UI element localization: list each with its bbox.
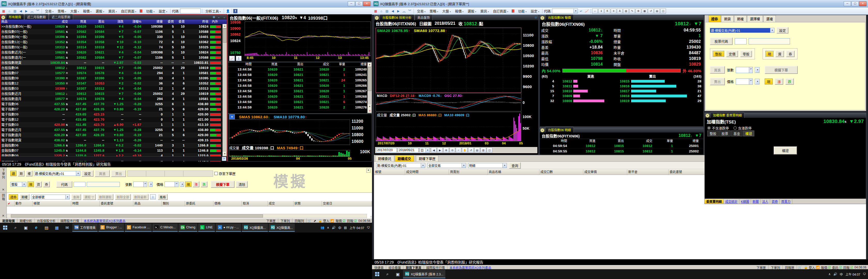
- minimize-button[interactable]: ─: [844, 1, 851, 6]
- menu-item[interactable]: 交易: [415, 8, 427, 14]
- cart-icon[interactable]: 🛒: [308, 219, 312, 223]
- list-icon[interactable]: ▤: [384, 8, 390, 14]
- menu-item[interactable]: 自訂頁面: [491, 8, 510, 14]
- tick-row[interactable]: 13:44:58 10820 10821 10821 1 109268: [228, 94, 372, 99]
- quote-row[interactable]: >>台股指數06(一般) 10820 s 10820 10821 ▼4 -0.0…: [1, 24, 227, 29]
- fills-scope-select[interactable]: 全部交易▼: [427, 163, 466, 168]
- detail-row[interactable]: 04:59:54 10812 10815 10812 1 25001: [540, 144, 704, 149]
- margin-button[interactable]: 資: [35, 181, 42, 187]
- intraday-chart[interactable]: [245, 22, 370, 56]
- chart-tool-icon[interactable]: ⊕: [443, 148, 449, 153]
- cond-short-button[interactable]: 券: [786, 51, 795, 57]
- toolbar-icon[interactable]: A: [617, 8, 623, 14]
- quote-row[interactable]: 台股指數03 10309 ↑ 10307 10312 ▼4 -0.04 12 1…: [1, 86, 227, 91]
- refresh-icon[interactable]: ⟳: [222, 157, 226, 161]
- zoom-in-icon[interactable]: ⊕: [211, 14, 216, 20]
- quote-row[interactable]: 電子指數06 437.55 s 437.45 437.70 ▼1.25 -0.2…: [1, 101, 227, 107]
- quote-row[interactable]: 金融指數07 1245.0 s 1244.8 1245.8 ▼1.8 -0.14…: [1, 148, 227, 153]
- tick-row[interactable]: 13:44:58 10820 10821 10820 1 109267: [228, 89, 372, 94]
- link-institution[interactable]: 法人: [761, 199, 770, 204]
- link-kchart[interactable]: K線圖: [739, 199, 751, 204]
- chart-tool-icon[interactable]: ⊖: [450, 148, 455, 153]
- sell-button[interactable]: 賣出: [111, 170, 126, 177]
- order-box-tab[interactable]: 下單匣: [754, 265, 769, 270]
- ime-indicator[interactable]: 中: [338, 225, 341, 230]
- taskbar-app-button[interactable]: C Facebook ...: [125, 223, 152, 232]
- taskbar-app-button[interactable]: XQ XQ操盤高...: [269, 223, 295, 232]
- page-tab[interactable]: 台股個股分析: [35, 219, 58, 223]
- taskbar-app-button[interactable]: XQ XQ操盤高手 [版本 2.3...: [403, 270, 445, 278]
- menu-item[interactable]: 策略: [56, 8, 68, 14]
- back-icon[interactable]: ◀: [18, 8, 23, 14]
- news-ticker[interactable]: 05/18 17:29 《Fund消息》柏瑞投信今發表「洞悉特別股」研究報告: [372, 259, 868, 265]
- quote-row[interactable]: 台股指數09(一般) 10396 s 10394 10396 ▼5 -0.05 …: [1, 34, 227, 39]
- short-button[interactable]: 券: [43, 181, 50, 187]
- close-panel-icon[interactable]: ✕: [2, 188, 4, 191]
- report-hscrollbar[interactable]: [7, 214, 367, 218]
- back-icon[interactable]: ◀: [390, 8, 395, 14]
- order-row-tab[interactable]: 下單列: [769, 265, 783, 270]
- menu-item[interactable]: 大盤: [440, 8, 453, 14]
- order-settings-button[interactable]: 設定: [777, 27, 788, 34]
- toolbar-icon[interactable]: ▥: [623, 8, 629, 14]
- clipboard-icon[interactable]: ▤: [344, 226, 347, 229]
- scroll-right-icon[interactable]: ›: [370, 215, 371, 218]
- sim-order-button[interactable]: 模擬下單: [211, 181, 235, 188]
- volume-icon[interactable]: 🔊: [833, 272, 837, 276]
- page-tab[interactable]: 綜合看盤: [386, 265, 404, 270]
- tab-stock-order[interactable]: 證: [10, 171, 17, 176]
- chart-tool-icon[interactable]: ✋: [462, 148, 468, 153]
- delete-all-button[interactable]: 刪除全部: [115, 194, 131, 200]
- home-icon[interactable]: ⌂: [379, 8, 384, 14]
- qty-stepper[interactable]: [133, 182, 147, 187]
- delete-latest-button[interactable]: 刪除最新: [132, 194, 149, 200]
- link-margin[interactable]: 資券: [770, 199, 780, 204]
- quote-row[interactable]: 台股指數遠月(一 10581 s 10582 10584 ▼7 -0.07 11…: [1, 55, 227, 60]
- next-page-icon[interactable]: →: [222, 14, 227, 20]
- menu-item[interactable]: 功能: [516, 8, 528, 14]
- toolbar-icon[interactable]: ▦: [642, 8, 647, 14]
- people-icon[interactable]: 👥: [320, 226, 324, 229]
- link-depth[interactable]: 委買賣明細: [705, 199, 723, 204]
- ticks-scrollbar[interactable]: ▲ ▼ ⇊: [367, 63, 372, 113]
- file-explorer-icon[interactable]: ▤: [41, 223, 52, 232]
- menu-item[interactable]: 設定: [529, 8, 541, 14]
- prev-page-icon[interactable]: ←: [216, 14, 222, 20]
- store-icon[interactable]: ▦: [52, 223, 62, 232]
- tab-all-futures[interactable]: 所有期貨: [6, 14, 24, 20]
- fills-account-select[interactable]: 期-模擬交易(內建)-01▼: [376, 163, 425, 168]
- menu-item[interactable]: 設定: [157, 8, 169, 14]
- minimize-button[interactable]: ─: [348, 1, 355, 6]
- quote-row[interactable]: 台股指數12(一般) 10352 s 10354 10358 ▼10 -0.10…: [1, 39, 227, 45]
- limit-up-button[interactable]: 漲: [193, 181, 199, 187]
- order-qty-stepper[interactable]: [736, 67, 753, 73]
- edge-icon[interactable]: e: [31, 223, 41, 232]
- order-box-tab[interactable]: 下單匣: [264, 219, 278, 223]
- quote-row[interactable]: 台股指數06 10812 ↓ 10812 10815 ▼7 -0.06 2500…: [1, 65, 227, 70]
- limit-down-button[interactable]: 跌: [201, 181, 208, 187]
- menu-item[interactable]: 交易: [43, 8, 55, 14]
- chart-tool-icon[interactable]: ⌕: [456, 148, 461, 153]
- taskbar-app-button[interactable]: ✕ ● ml.py - ...: [216, 223, 241, 232]
- quote-row[interactable]: 台股指數近月 10812 ↓ 10812 10815 ▼7 -0.06 2500…: [1, 91, 227, 96]
- quote-row[interactable]: 台股指數現貨 10830.84 s -- -- ▼2.97 -0.03 -- -…: [1, 60, 227, 65]
- tab-near-index[interactable]: 近二月指數期: [24, 14, 49, 20]
- close-panel-icon[interactable]: ✕: [2, 214, 4, 218]
- tab-market[interactable]: 商品盤勢: [414, 14, 433, 20]
- cond-margin-button[interactable]: 資: [776, 51, 784, 57]
- cash-button[interactable]: 現: [28, 182, 34, 187]
- task-view-icon[interactable]: ▣: [21, 223, 31, 232]
- date-to-input[interactable]: 2018/05/21: [398, 148, 418, 153]
- save-to-basket-checkbox[interactable]: 存至下單匣: [214, 171, 236, 176]
- fills-mode-select[interactable]: 明細▼: [468, 163, 507, 168]
- link-power[interactable]: 買賣力: [780, 199, 792, 204]
- select-button[interactable]: 選取 ▽: [83, 194, 96, 200]
- tab-option-orders[interactable]: 期權委託: [375, 155, 394, 161]
- menu-item[interactable]: 選股: [466, 8, 478, 14]
- lot-odd-button[interactable]: 零股: [740, 51, 752, 57]
- tab-option-basket[interactable]: 期權下單匣: [416, 155, 438, 161]
- tick-row[interactable]: 13:44:58 10820 10821 10821 1 109241: [228, 72, 372, 78]
- taskbar-app-button[interactable]: >_ C:\Windo...: [152, 223, 178, 232]
- quote-row[interactable]: 電子指數現貨 438.02 s -- -- ▼1.13 -0.26 -- -- …: [1, 138, 227, 143]
- quote-row[interactable]: 台股指數09 10390 = 10387 10390 ▼5 -0.05 33 4…: [1, 76, 227, 81]
